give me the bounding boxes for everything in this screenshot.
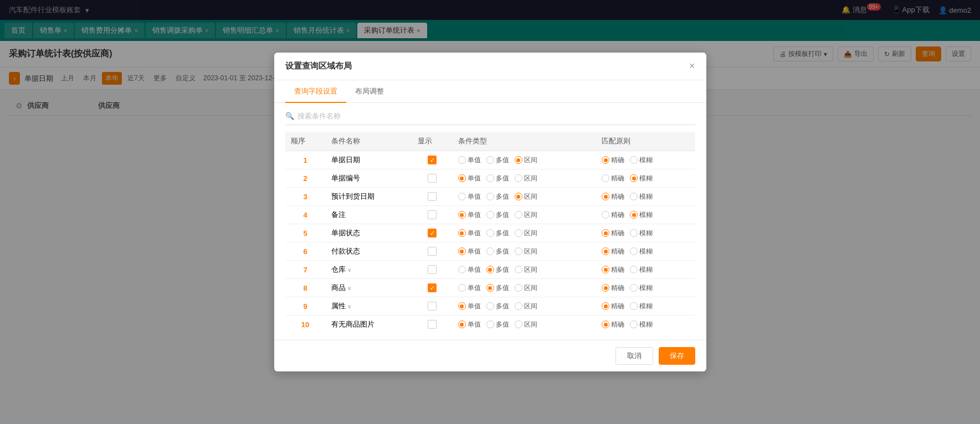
type-radio[interactable] bbox=[515, 174, 522, 182]
type-radio-item[interactable]: 单值 bbox=[458, 320, 481, 329]
type-radio-item[interactable]: 区间 bbox=[515, 174, 537, 183]
match-radio[interactable] bbox=[630, 229, 638, 237]
type-radio[interactable] bbox=[486, 266, 494, 273]
match-radio-item[interactable]: 精确 bbox=[602, 192, 624, 201]
type-radio[interactable] bbox=[486, 193, 494, 200]
match-radio[interactable] bbox=[630, 247, 638, 255]
match-radio-item[interactable]: 模糊 bbox=[630, 320, 653, 329]
type-radio-item[interactable]: 多值 bbox=[486, 302, 509, 311]
match-radio[interactable] bbox=[602, 193, 609, 200]
modal-close-button[interactable]: × bbox=[689, 60, 695, 72]
match-radio[interactable] bbox=[630, 193, 638, 200]
type-radio[interactable] bbox=[486, 247, 494, 255]
type-radio-item[interactable]: 区间 bbox=[515, 265, 537, 275]
match-radio[interactable] bbox=[602, 174, 609, 182]
type-radio-item[interactable]: 多值 bbox=[486, 265, 509, 275]
type-radio[interactable] bbox=[486, 211, 494, 219]
match-radio-item[interactable]: 精确 bbox=[602, 283, 624, 293]
type-radio[interactable] bbox=[515, 302, 522, 310]
type-radio[interactable] bbox=[458, 193, 466, 200]
type-radio[interactable] bbox=[458, 302, 466, 310]
type-radio-item[interactable]: 单值 bbox=[458, 156, 481, 165]
match-radio-item[interactable]: 模糊 bbox=[630, 283, 653, 293]
type-radio-item[interactable]: 区间 bbox=[515, 210, 537, 220]
match-radio[interactable] bbox=[602, 320, 609, 328]
type-radio-item[interactable]: 单值 bbox=[458, 174, 481, 183]
type-radio[interactable] bbox=[458, 247, 466, 255]
type-radio[interactable] bbox=[458, 156, 466, 164]
match-radio-item[interactable]: 精确 bbox=[602, 320, 624, 329]
match-radio[interactable] bbox=[602, 266, 609, 273]
type-radio[interactable] bbox=[458, 174, 466, 182]
type-radio-item[interactable]: 单值 bbox=[458, 283, 481, 293]
display-checkbox[interactable] bbox=[428, 192, 437, 201]
type-radio[interactable] bbox=[486, 174, 494, 182]
match-radio-item[interactable]: 精确 bbox=[602, 302, 624, 311]
type-radio[interactable] bbox=[515, 211, 522, 219]
match-radio-item[interactable]: 模糊 bbox=[630, 210, 653, 220]
type-radio[interactable] bbox=[515, 193, 522, 200]
type-radio[interactable] bbox=[486, 320, 494, 328]
tab-layout-adjust[interactable]: 布局调整 bbox=[346, 81, 393, 103]
display-checkbox[interactable] bbox=[428, 302, 437, 311]
type-radio-item[interactable]: 区间 bbox=[515, 283, 537, 293]
display-checkbox[interactable] bbox=[428, 229, 437, 237]
match-radio-item[interactable]: 模糊 bbox=[630, 156, 653, 165]
type-radio-item[interactable]: 区间 bbox=[515, 229, 537, 238]
match-radio-item[interactable]: 模糊 bbox=[630, 192, 653, 201]
match-radio[interactable] bbox=[630, 302, 638, 310]
match-radio-item[interactable]: 模糊 bbox=[630, 229, 653, 238]
type-radio[interactable] bbox=[458, 211, 466, 219]
type-radio[interactable] bbox=[515, 266, 522, 273]
match-radio[interactable] bbox=[602, 284, 609, 292]
display-checkbox[interactable] bbox=[428, 265, 437, 274]
type-radio[interactable] bbox=[458, 266, 466, 273]
type-radio-item[interactable]: 多值 bbox=[486, 156, 509, 165]
save-button[interactable]: 保存 bbox=[659, 347, 695, 365]
type-radio-item[interactable]: 区间 bbox=[515, 247, 537, 256]
type-radio-item[interactable]: 单值 bbox=[458, 229, 481, 238]
type-radio-item[interactable]: 单值 bbox=[458, 302, 481, 311]
type-radio[interactable] bbox=[515, 320, 522, 328]
type-radio[interactable] bbox=[486, 302, 494, 310]
type-radio-item[interactable]: 多值 bbox=[486, 210, 509, 220]
type-radio-item[interactable]: 区间 bbox=[515, 156, 537, 165]
type-radio-item[interactable]: 单值 bbox=[458, 265, 481, 275]
match-radio[interactable] bbox=[602, 302, 609, 310]
type-radio[interactable] bbox=[458, 320, 466, 328]
type-radio[interactable] bbox=[486, 156, 494, 164]
display-checkbox[interactable] bbox=[428, 320, 437, 329]
type-radio[interactable] bbox=[458, 229, 466, 237]
settings-table-scroll[interactable]: 顺序 条件名称 显示 条件类型 匹配原则 1单据日期单值多值区间精确模糊2单据编… bbox=[285, 132, 695, 331]
match-radio-item[interactable]: 精确 bbox=[602, 156, 624, 165]
type-radio-item[interactable]: 多值 bbox=[486, 320, 509, 329]
match-radio-item[interactable]: 精确 bbox=[602, 174, 624, 183]
type-radio-item[interactable]: 多值 bbox=[486, 283, 509, 293]
type-radio-item[interactable]: 单值 bbox=[458, 247, 481, 256]
type-radio[interactable] bbox=[486, 284, 494, 292]
match-radio[interactable] bbox=[630, 174, 638, 182]
match-radio[interactable] bbox=[630, 156, 638, 164]
match-radio[interactable] bbox=[630, 211, 638, 219]
type-radio-item[interactable]: 多值 bbox=[486, 229, 509, 238]
type-radio-item[interactable]: 区间 bbox=[515, 302, 537, 311]
type-radio-item[interactable]: 多值 bbox=[486, 192, 509, 201]
type-radio-item[interactable]: 单值 bbox=[458, 210, 481, 220]
type-radio-item[interactable]: 多值 bbox=[486, 174, 509, 183]
display-checkbox[interactable] bbox=[428, 210, 437, 219]
match-radio-item[interactable]: 模糊 bbox=[630, 247, 653, 256]
tab-query-fields[interactable]: 查询字段设置 bbox=[285, 81, 346, 103]
match-radio-item[interactable]: 精确 bbox=[602, 229, 624, 238]
type-radio[interactable] bbox=[515, 156, 522, 164]
type-radio[interactable] bbox=[486, 229, 494, 237]
display-checkbox[interactable] bbox=[428, 283, 437, 292]
display-checkbox[interactable] bbox=[428, 156, 437, 164]
match-radio[interactable] bbox=[602, 156, 609, 164]
cancel-button[interactable]: 取消 bbox=[615, 347, 653, 365]
type-radio-item[interactable]: 单值 bbox=[458, 192, 481, 201]
match-radio-item[interactable]: 模糊 bbox=[630, 265, 653, 275]
type-radio[interactable] bbox=[515, 229, 522, 237]
match-radio[interactable] bbox=[602, 229, 609, 237]
type-radio-item[interactable]: 多值 bbox=[486, 247, 509, 256]
match-radio[interactable] bbox=[630, 284, 638, 292]
